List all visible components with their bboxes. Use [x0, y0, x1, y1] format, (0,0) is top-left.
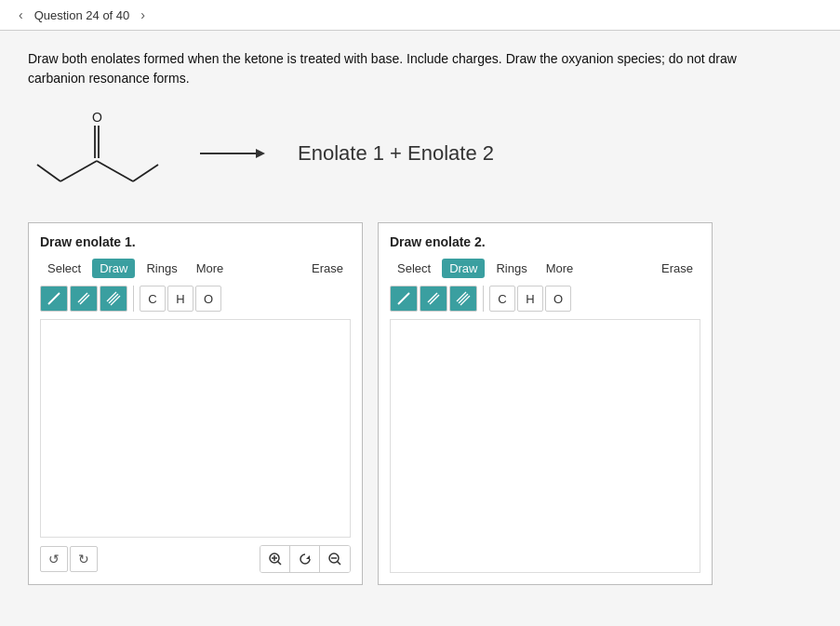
panel1-tool-separator: [133, 286, 134, 312]
panel2-draw-tools: C H O: [390, 286, 700, 312]
question-text: Draw both enolates formed when the keton…: [28, 49, 791, 88]
panel1-oxygen-button[interactable]: O: [195, 286, 221, 312]
panel1-zoom-controls: [260, 545, 351, 573]
svg-line-23: [398, 293, 409, 304]
panel2-carbon-button[interactable]: C: [489, 286, 515, 312]
molecule-area: O Enolate 1 + Enolate 2: [28, 107, 812, 200]
svg-line-21: [338, 562, 341, 566]
question-counter: Question 24 of 40: [34, 8, 130, 22]
panel1-undo-button[interactable]: ↺: [40, 546, 68, 572]
panel2-double-bond-button[interactable]: [420, 286, 447, 312]
panel1-undo-redo: ↺ ↻: [40, 546, 98, 572]
panel1-draw-tools: C H O: [40, 286, 351, 312]
svg-text:O: O: [92, 110, 102, 125]
panel1-canvas[interactable]: [40, 319, 351, 538]
panel1-rings-button[interactable]: Rings: [139, 259, 184, 278]
panel1-zoom-out-button[interactable]: [320, 546, 350, 572]
svg-line-4: [37, 165, 60, 181]
panel2-more-button[interactable]: More: [539, 259, 581, 278]
panel2-hydrogen-button[interactable]: H: [517, 286, 543, 312]
enolate-equation-label: Enolate 1 + Enolate 2: [298, 141, 494, 166]
panel2-tool-separator: [483, 286, 484, 312]
panel2-toolbar: Select Draw Rings More Erase: [390, 259, 700, 278]
panel2-single-bond-button[interactable]: [390, 286, 418, 312]
panel1-redo-button[interactable]: ↻: [70, 546, 98, 572]
panel1-hydrogen-button[interactable]: H: [167, 286, 193, 312]
panel1-erase-button[interactable]: Erase: [304, 259, 351, 278]
reaction-arrow: [195, 140, 270, 167]
main-content: Draw both enolates formed when the keton…: [0, 31, 840, 626]
prev-question-button[interactable]: ‹: [15, 6, 27, 24]
panel2-rings-button[interactable]: Rings: [488, 259, 534, 278]
panel1-zoom-reset-button[interactable]: [290, 546, 320, 572]
panel1-title: Draw enolate 1.: [40, 234, 351, 249]
panel1-more-button[interactable]: More: [189, 259, 232, 278]
svg-line-3: [60, 161, 97, 181]
ketone-structure: O: [28, 107, 177, 200]
panel2-title: Draw enolate 2.: [390, 234, 700, 249]
panel2-draw-button[interactable]: Draw: [442, 259, 485, 278]
svg-line-16: [277, 562, 281, 566]
next-question-button[interactable]: ›: [137, 6, 149, 24]
svg-line-9: [48, 293, 60, 304]
panel1-single-bond-button[interactable]: [40, 286, 68, 312]
panel1-draw-button[interactable]: Draw: [92, 259, 135, 278]
panel1-bottom-controls: ↺ ↻: [40, 545, 351, 573]
enolate2-panel: Draw enolate 2. Select Draw Rings More E…: [378, 222, 713, 585]
panel2-select-button[interactable]: Select: [390, 259, 438, 278]
top-navigation: ‹ Question 24 of 40 ›: [0, 0, 840, 31]
draw-panels-container: Draw enolate 1. Select Draw Rings More E…: [28, 222, 812, 585]
panel1-toolbar: Select Draw Rings More Erase: [40, 259, 351, 278]
panel2-erase-button[interactable]: Erase: [654, 259, 700, 278]
panel1-carbon-button[interactable]: C: [140, 286, 166, 312]
panel1-select-button[interactable]: Select: [40, 259, 88, 278]
svg-line-5: [97, 161, 133, 181]
panel1-zoom-in-button[interactable]: [260, 546, 290, 572]
svg-line-6: [133, 165, 158, 181]
svg-marker-19: [306, 555, 310, 559]
panel1-double-bond-button[interactable]: [70, 286, 98, 312]
svg-marker-8: [256, 149, 265, 158]
panel2-canvas[interactable]: [390, 319, 700, 573]
panel1-triple-bond-button[interactable]: [100, 286, 127, 312]
enolate1-panel: Draw enolate 1. Select Draw Rings More E…: [28, 222, 363, 585]
panel2-triple-bond-button[interactable]: [449, 286, 477, 312]
panel2-oxygen-button[interactable]: O: [545, 286, 571, 312]
